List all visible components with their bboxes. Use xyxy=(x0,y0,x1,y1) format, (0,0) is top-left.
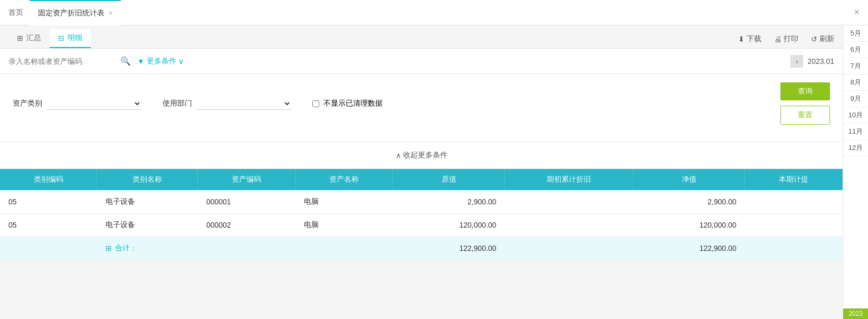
download-label: 下载 xyxy=(747,34,761,44)
col-asset-name: 资产名称 xyxy=(295,169,393,190)
print-icon: 🖨 xyxy=(774,35,781,43)
toolbar-actions: ⬇ 下载 🖨 打印 ↺ 刷新 xyxy=(738,34,834,48)
cell-category-name: 电子设备 xyxy=(97,213,198,237)
print-label: 打印 xyxy=(784,34,798,44)
advanced-filter-panel: 资产类别 使用部门 不显示已清理数据 查询 重置 xyxy=(0,74,843,142)
department-field: 使用部门 xyxy=(163,98,291,110)
expand-panel-button[interactable]: › xyxy=(790,55,803,68)
search-icon: 🔍 xyxy=(120,56,131,66)
cell-original-value: 120,000.00 xyxy=(393,213,505,237)
total-cell-empty3 xyxy=(295,237,393,260)
col-initial-depreciation: 期初累计折旧 xyxy=(505,169,633,190)
cell-initial-depreciation xyxy=(505,190,633,213)
hide-cleared-label: 不显示已清理数据 xyxy=(323,99,383,108)
tab-summary[interactable]: ⊞ 汇总 xyxy=(8,29,50,48)
date-label: 2023.01 xyxy=(807,57,834,65)
month-item[interactable]: 8月 xyxy=(843,74,868,91)
detail-icon: ⊟ xyxy=(58,34,64,42)
refresh-label: 刷新 xyxy=(819,34,834,44)
month-item[interactable]: 5月 xyxy=(843,25,868,42)
top-nav: 首页 固定资产折旧统计表 × × xyxy=(0,0,868,25)
hide-cleared-checkbox[interactable] xyxy=(312,100,319,107)
cell-net-value: 2,900.00 xyxy=(633,190,745,213)
table-container: 类别编码 类别名称 资产编码 资产名称 原值 期初累计折旧 净值 本期计提 05… xyxy=(0,169,843,260)
detail-label: 明细 xyxy=(68,33,82,43)
month-item[interactable]: 7月 xyxy=(843,58,868,74)
more-filter-label: 更多条件 xyxy=(147,57,176,66)
refresh-button[interactable]: ↺ 刷新 xyxy=(811,34,834,44)
query-button[interactable]: 查询 xyxy=(780,82,830,100)
summary-label: 汇总 xyxy=(26,33,41,43)
col-current-depreciation: 本期计提 xyxy=(745,169,843,190)
active-tab[interactable]: 固定资产折旧统计表 × xyxy=(30,0,121,25)
department-select[interactable] xyxy=(196,98,291,110)
print-button[interactable]: 🖨 打印 xyxy=(774,34,798,44)
summary-icon: ⊞ xyxy=(17,34,23,42)
total-cell-empty2 xyxy=(198,237,295,260)
filter-icon: ▼ xyxy=(137,57,145,65)
cell-category-code: 05 xyxy=(0,213,97,237)
total-label-text: 合计： xyxy=(115,243,137,253)
hide-cleared-field: 不显示已清理数据 xyxy=(312,99,383,108)
total-cell-empty1 xyxy=(0,237,97,260)
col-category-name: 类别名称 xyxy=(97,169,198,190)
download-button[interactable]: ⬇ 下载 xyxy=(738,34,761,44)
window-close-button[interactable]: × xyxy=(854,7,860,18)
cell-asset-name: 电脑 xyxy=(295,190,393,213)
total-net-value: 122,900.00 xyxy=(633,237,745,260)
tab-detail[interactable]: ⊟ 明细 xyxy=(50,29,91,48)
asset-category-select[interactable] xyxy=(46,98,141,110)
filter-buttons: 查询 重置 xyxy=(780,82,830,125)
tab-close-button[interactable]: × xyxy=(109,10,112,17)
table-row[interactable]: 05 电子设备 000002 电脑 120,000.00 120,000.00 xyxy=(0,213,843,237)
search-input[interactable] xyxy=(8,57,114,65)
cell-current-depreciation xyxy=(745,190,843,213)
asset-category-label: 资产类别 xyxy=(13,99,42,108)
month-item[interactable]: 10月 xyxy=(843,107,868,124)
download-icon: ⬇ xyxy=(738,35,745,43)
col-category-code: 类别编码 xyxy=(0,169,97,190)
collapse-label: 收起更多条件 xyxy=(403,151,447,160)
month-item[interactable]: 12月 xyxy=(843,140,868,156)
tab-title: 固定资产折旧统计表 xyxy=(38,8,104,18)
nav-home[interactable]: 首页 xyxy=(8,8,23,17)
cell-net-value: 120,000.00 xyxy=(633,213,745,237)
filter-row-1: 资产类别 使用部门 不显示已清理数据 查询 重置 xyxy=(13,82,830,125)
secondary-tab-bar: ⊞ 汇总 ⊟ 明细 ⬇ 下载 🖨 打印 ↺ 刷新 xyxy=(0,25,843,49)
cell-current-depreciation xyxy=(745,213,843,237)
table-total-row: ⊞ 合计： 122,900.00 122,900.00 xyxy=(0,237,843,260)
col-original-value: 原值 xyxy=(393,169,505,190)
total-initial-depreciation xyxy=(505,237,633,260)
reset-button[interactable]: 重置 xyxy=(780,106,830,125)
total-icon: ⊞ xyxy=(106,244,112,252)
month-item[interactable]: 11月 xyxy=(843,124,868,140)
col-asset-code: 资产编码 xyxy=(198,169,295,190)
table-row[interactable]: 05 电子设备 000001 电脑 2,900.00 2,900.00 xyxy=(0,190,843,213)
cell-asset-name: 电脑 xyxy=(295,213,393,237)
year-badge: 2023 xyxy=(843,308,868,319)
more-filter-button[interactable]: ▼ 更多条件 ∨ xyxy=(137,57,184,66)
month-item[interactable]: 6月 xyxy=(843,42,868,58)
total-original-value: 122,900.00 xyxy=(393,237,505,260)
cell-category-code: 05 xyxy=(0,190,97,213)
cell-asset-code: 000002 xyxy=(198,213,295,237)
department-label: 使用部门 xyxy=(163,99,192,108)
col-net-value: 净值 xyxy=(633,169,745,190)
cell-category-name: 电子设备 xyxy=(97,190,198,213)
table-header-row: 类别编码 类别名称 资产编码 资产名称 原值 期初累计折旧 净值 本期计提 xyxy=(0,169,843,190)
main-content: ⊞ 汇总 ⊟ 明细 ⬇ 下载 🖨 打印 ↺ 刷新 🔍 ▼ xyxy=(0,25,843,260)
month-item[interactable]: 9月 xyxy=(843,91,868,107)
collapse-up-icon: ∧ xyxy=(396,151,401,160)
cell-initial-depreciation xyxy=(505,213,633,237)
right-sidebar: 5月 6月 7月 8月 9月 10月 11月 12月 2023 xyxy=(843,25,868,319)
chevron-down-icon: ∨ xyxy=(178,57,184,65)
asset-category-field: 资产类别 xyxy=(13,98,141,110)
collapse-row: ∧ 收起更多条件 xyxy=(0,142,843,169)
collapse-button[interactable]: ∧ 收起更多条件 xyxy=(396,146,447,164)
total-label-cell: ⊞ 合计： xyxy=(97,237,198,260)
refresh-icon: ↺ xyxy=(811,35,817,43)
total-current-depreciation xyxy=(745,237,843,260)
search-filter-bar: 🔍 ▼ 更多条件 ∨ › 2023.01 xyxy=(0,49,843,74)
cell-asset-code: 000001 xyxy=(198,190,295,213)
cell-original-value: 2,900.00 xyxy=(393,190,505,213)
